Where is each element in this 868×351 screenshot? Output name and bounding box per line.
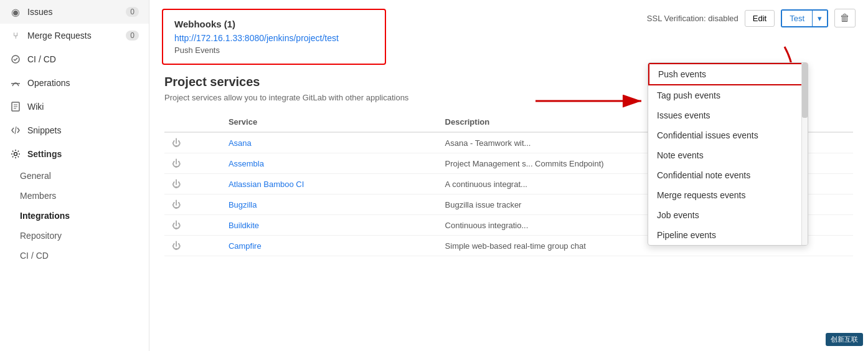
service-link[interactable]: Asana — [229, 138, 252, 148]
sidebar-sub-item-members[interactable]: Members — [0, 186, 149, 206]
service-link[interactable]: Buildkite — [229, 221, 259, 230]
table-header-toggle — [164, 112, 221, 132]
sidebar-item-operations[interactable]: Operations — [0, 71, 149, 95]
test-dropdown-button[interactable]: ▾ — [812, 11, 827, 26]
dropdown-item[interactable]: Confidential issues events — [648, 125, 808, 145]
sidebar-item-label: Merge Requests — [27, 31, 92, 41]
integrations-label: Integrations — [20, 211, 70, 221]
sidebar-item-label: Issues — [27, 7, 52, 17]
dropdown-scroll-thumb — [802, 63, 808, 118]
service-toggle-icon: ⏻ — [164, 236, 221, 256]
sidebar-item-settings[interactable]: Settings — [0, 142, 149, 166]
cicd-icon — [10, 54, 21, 65]
sidebar-item-label: Wiki — [27, 102, 44, 112]
test-button-group: Test ▾ — [781, 9, 828, 27]
merge-badge: 0 — [126, 31, 139, 41]
service-name-cell: Assembla — [221, 153, 438, 174]
sidebar-sub-item-repository[interactable]: Repository — [0, 226, 149, 246]
main-content: Webhooks (1) http://172.16.1.33:8080/jen… — [149, 0, 868, 351]
service-toggle-icon: ⏻ — [164, 215, 221, 236]
sidebar-item-label: CI / CD — [27, 54, 56, 64]
sidebar-item-cicd[interactable]: CI / CD — [0, 47, 149, 71]
dropdown-item[interactable]: Job events — [648, 205, 808, 225]
test-button[interactable]: Test — [782, 11, 812, 26]
service-link[interactable]: Assembla — [229, 159, 264, 168]
issues-badge: 0 — [126, 7, 139, 17]
service-toggle-icon: ⏻ — [164, 174, 221, 195]
service-name-cell: Buildkite — [221, 215, 438, 236]
ssl-verification-text: SSL Verification: disabled — [647, 14, 738, 23]
service-link[interactable]: Bugzilla — [229, 200, 257, 209]
service-name-cell: Bugzilla — [221, 195, 438, 215]
dropdown-item[interactable]: Pipeline events — [648, 225, 808, 245]
settings-icon — [10, 148, 21, 160]
sidebar-item-label: Operations — [27, 78, 70, 88]
top-bar: Webhooks (1) http://172.16.1.33:8080/jen… — [149, 0, 868, 65]
repository-label: Repository — [20, 231, 62, 241]
sidebar-item-issues[interactable]: ◉ Issues 0 — [0, 0, 149, 24]
snippets-icon — [10, 125, 21, 136]
webhook-events: Push Events — [174, 46, 374, 55]
merge-icon: ⑂ — [10, 30, 21, 41]
dropdown-items-container: Push eventsTag push eventsIssues eventsC… — [648, 63, 808, 245]
dropdown-item[interactable]: Confidential note events — [648, 165, 808, 185]
service-name-cell: Atlassian Bamboo CI — [221, 174, 438, 195]
service-toggle-icon: ⏻ — [164, 195, 221, 215]
edit-webhook-button[interactable]: Edit — [745, 10, 775, 27]
webhook-section: Webhooks (1) http://172.16.1.33:8080/jen… — [162, 9, 386, 65]
sidebar-item-merge-requests[interactable]: ⑂ Merge Requests 0 — [0, 24, 149, 47]
wiki-icon — [10, 101, 21, 112]
service-name-cell: Campfire — [221, 236, 438, 256]
test-dropdown-menu: Push eventsTag push eventsIssues eventsC… — [648, 62, 808, 246]
service-name-cell: Asana — [221, 132, 438, 153]
dropdown-item[interactable]: Tag push events — [648, 85, 808, 105]
dropdown-scrollbar[interactable] — [801, 63, 808, 245]
general-label: General — [20, 171, 51, 181]
webhook-title: Webhooks (1) — [174, 19, 374, 29]
settings-label: Settings — [27, 149, 62, 159]
dropdown-item[interactable]: Push events — [648, 63, 808, 85]
svg-point-2 — [14, 153, 17, 156]
table-header-service: Service — [221, 112, 438, 132]
sidebar-item-snippets[interactable]: Snippets — [0, 118, 149, 142]
webhook-url: http://172.16.1.33:8080/jenkins/project/… — [174, 33, 374, 43]
members-label: Members — [20, 191, 56, 201]
service-link[interactable]: Atlassian Bamboo CI — [229, 180, 304, 189]
operations-icon — [10, 77, 21, 89]
sidebar: ◉ Issues 0 ⑂ Merge Requests 0 CI / CD Op… — [0, 0, 149, 351]
cicd-settings-label: CI / CD — [20, 251, 49, 261]
sidebar-sub-item-cicd-settings[interactable]: CI / CD — [0, 246, 149, 266]
webhook-controls: SSL Verification: disabled Edit Test ▾ 🗑 — [411, 9, 856, 27]
webhook-box: Webhooks (1) http://172.16.1.33:8080/jen… — [162, 9, 386, 65]
dropdown-item[interactable]: Issues events — [648, 105, 808, 125]
sidebar-item-label: Snippets — [27, 125, 61, 135]
service-toggle-icon: ⏻ — [164, 132, 221, 153]
sidebar-sub-item-integrations[interactable]: Integrations — [0, 206, 149, 226]
delete-webhook-button[interactable]: 🗑 — [834, 9, 856, 27]
issues-icon: ◉ — [10, 6, 21, 17]
dropdown-item[interactable]: Merge requests events — [648, 185, 808, 205]
dropdown-item[interactable]: Note events — [648, 145, 808, 165]
sidebar-item-wiki[interactable]: Wiki — [0, 95, 149, 118]
service-link[interactable]: Campfire — [229, 241, 262, 251]
sidebar-sub-item-general[interactable]: General — [0, 166, 149, 186]
service-toggle-icon: ⏻ — [164, 153, 221, 174]
watermark: 创新互联 — [826, 333, 863, 346]
